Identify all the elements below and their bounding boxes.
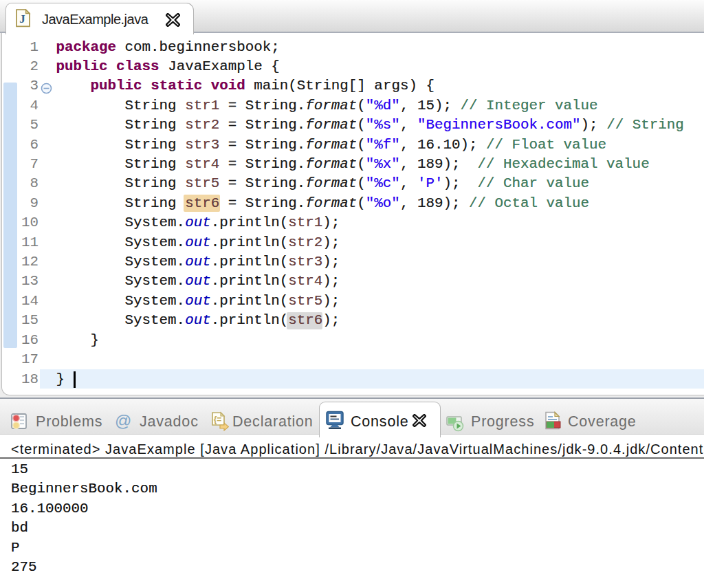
svg-text:J: J: [19, 12, 25, 25]
svg-text:{=: {=: [214, 415, 222, 424]
